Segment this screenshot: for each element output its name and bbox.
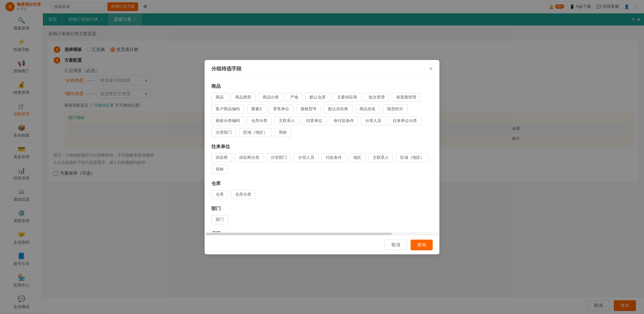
field-tag-product-16[interactable]: 仓库分类 — [247, 116, 272, 125]
modal-confirm-button[interactable]: 查询 — [411, 240, 433, 250]
field-tags-product: 商品 商品类型 商品分类 产地 默认仓库 主要供应商 批次管理 保质期管理 客户… — [211, 93, 433, 137]
modal-footer: 取消 查询 — [205, 235, 439, 254]
field-tag-product-20[interactable]: 分管人员 — [361, 116, 386, 125]
field-tag-product-22[interactable]: 分管部门 — [211, 128, 236, 137]
field-tag-product-6[interactable]: 批次管理 — [364, 93, 389, 102]
field-tag-product-5[interactable]: 主要供应商 — [333, 93, 362, 102]
field-tag-product-0[interactable]: 商品 — [211, 93, 228, 102]
field-tag-partner-2[interactable]: 分管部门 — [266, 153, 291, 162]
field-group-product-title: 商品 — [211, 83, 433, 89]
field-tag-product-17[interactable]: 主联系人 — [274, 116, 299, 125]
modal-header: 分组待选字段 × — [205, 60, 439, 78]
field-tag-product-12[interactable]: 默认供应商 — [324, 105, 353, 114]
field-tag-partner-1[interactable]: 供应商分类 — [235, 153, 264, 162]
modal-body: 商品 商品 商品类型 商品分类 产地 默认仓库 主要供应商 批次管理 保质期管理… — [205, 78, 439, 233]
field-group-department-title: 部门 — [211, 206, 433, 212]
modal-title: 分组待选字段 — [211, 66, 241, 72]
field-group-product: 商品 商品 商品类型 商品分类 产地 默认仓库 主要供应商 批次管理 保质期管理… — [211, 83, 433, 137]
field-tag-product-18[interactable]: 结算单位 — [302, 116, 327, 125]
modal-overlay: 分组待选字段 × 商品 商品 商品类型 商品分类 产地 默认仓库 主要供应商 批… — [0, 0, 644, 314]
field-tag-product-14[interactable]: 拣货积分 — [383, 105, 408, 114]
field-tag-department-0[interactable]: 部门 — [211, 215, 228, 224]
field-group-department: 部门 部门 — [211, 206, 433, 224]
field-tag-product-13[interactable]: 商品别名 — [355, 105, 380, 114]
field-group-partner-title: 往来单位 — [211, 144, 433, 150]
field-tag-product-7[interactable]: 保质期管理 — [392, 93, 421, 102]
field-tag-product-19[interactable]: 收付款条件 — [329, 116, 358, 125]
field-tag-product-23[interactable]: 区域（地区） — [239, 128, 272, 137]
field-tag-partner-8[interactable]: 简称 — [211, 165, 228, 174]
field-group-warehouse-title: 仓库 — [211, 181, 433, 187]
field-tag-partner-4[interactable]: 付款条件 — [321, 153, 346, 162]
modal-close-button[interactable]: × — [429, 65, 433, 72]
field-tag-product-9[interactable]: 重量3 — [247, 105, 266, 114]
field-tag-product-3[interactable]: 产地 — [286, 93, 303, 102]
field-tag-warehouse-1[interactable]: 仓库分类 — [231, 190, 256, 199]
hscroll-thumb[interactable] — [206, 233, 392, 235]
field-tag-product-1[interactable]: 商品类型 — [231, 93, 256, 102]
field-tags-department: 部门 — [211, 215, 433, 224]
field-tag-partner-0[interactable]: 供应商 — [211, 153, 232, 162]
field-tag-warehouse-0[interactable]: 仓库 — [211, 190, 228, 199]
field-group-partner: 往来单位 供应商 供应商分类 分管部门 分管人员 付款条件 地区 主联系人 区域… — [211, 144, 433, 174]
modal-horizontal-scrollbar[interactable] — [205, 232, 439, 235]
modal-cancel-button[interactable]: 取消 — [384, 240, 407, 250]
field-tag-product-24[interactable]: 简称 — [274, 128, 291, 137]
field-tag-product-2[interactable]: 商品分类 — [258, 93, 283, 102]
modal-dialog: 分组待选字段 × 商品 商品 商品类型 商品分类 产地 默认仓库 主要供应商 批… — [205, 60, 439, 254]
field-tag-product-15[interactable]: 税收分类编码 — [211, 116, 244, 125]
field-tag-product-11[interactable]: 规格型号 — [296, 105, 321, 114]
field-tag-product-4[interactable]: 默认仓库 — [305, 93, 330, 102]
field-tag-partner-6[interactable]: 主联系人 — [368, 153, 393, 162]
field-tag-partner-5[interactable]: 地区 — [349, 153, 366, 162]
field-tags-partner: 供应商 供应商分类 分管部门 分管人员 付款条件 地区 主联系人 区域（地区） … — [211, 153, 433, 174]
field-tag-product-10[interactable]: 零售单位 — [269, 105, 293, 114]
field-tag-partner-7[interactable]: 区域（地区） — [396, 153, 429, 162]
field-tag-product-21[interactable]: 往来单位分类 — [388, 116, 421, 125]
field-tag-partner-3[interactable]: 分管人员 — [294, 153, 319, 162]
field-tag-product-8[interactable]: 客户商品编码 — [211, 105, 244, 114]
field-group-warehouse: 仓库 仓库 仓库分类 — [211, 181, 433, 199]
field-tags-warehouse: 仓库 仓库分类 — [211, 190, 433, 199]
